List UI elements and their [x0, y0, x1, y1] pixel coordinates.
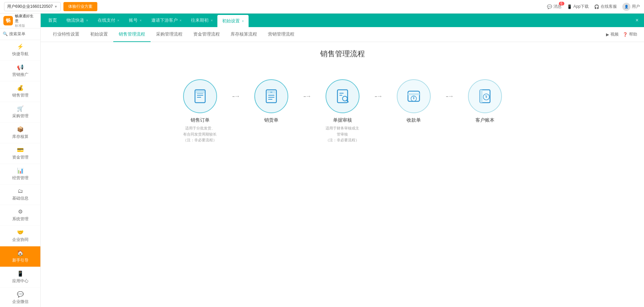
sidebar-item-qiye[interactable]: 🤝 企业协同: [0, 226, 40, 246]
avatar: 👤: [622, 3, 630, 11]
video-link[interactable]: ▶ 视频: [606, 32, 619, 37]
sidebar-item-label: 采购管理: [12, 113, 28, 119]
zhifu-close[interactable]: ×: [117, 19, 119, 22]
yaoqing-label: 邀请下游客户: [151, 17, 178, 23]
nav-tab-wuliu[interactable]: 物流快递 ×: [62, 14, 93, 27]
sidebar-item-jichu[interactable]: 🗂 基础信息: [0, 185, 40, 205]
sub-tab-yingxiao[interactable]: 营销管理流程: [262, 27, 300, 42]
help-link[interactable]: ❓ 帮助: [623, 32, 637, 37]
step3-desc: 适用于财务审核或主管审核（注：非必要流程）: [326, 125, 359, 143]
sidebar-item-yingxiao[interactable]: 📢 营销推广: [0, 61, 40, 81]
sidebar-search[interactable]: 🔍 搜索菜单: [0, 28, 40, 40]
payment-icon: ¥: [405, 88, 422, 105]
xiaoshou-sublabel: 销售管理流程: [119, 31, 145, 37]
page-title: 销售管理流程: [54, 49, 630, 59]
sidebar-item-caigou[interactable]: 🛒 采购管理: [0, 102, 40, 123]
svg-text:¥: ¥: [485, 94, 487, 99]
sidebar-item-label: 应用中心: [12, 278, 28, 284]
money-icon: 💰: [17, 85, 24, 91]
flow-step-4: ¥ 收款单: [387, 79, 441, 125]
help-label: 帮助: [629, 32, 637, 37]
sidebar-logo: 畅 畅康通好生意 标准版: [0, 14, 40, 28]
app-download-label: App下载: [573, 4, 589, 9]
folder-icon: 🗂: [18, 188, 23, 194]
sidebar-item-kucun[interactable]: 📦 库存核算: [0, 123, 40, 143]
search-label: 搜索菜单: [9, 31, 25, 37]
sidebar-item-kuaijie[interactable]: ⚡ 快捷导航: [0, 40, 40, 61]
home-icon: 🏠: [17, 250, 24, 256]
nav-tab-chushi[interactable]: 初始设置 ×: [217, 15, 249, 27]
chushi-sublabel: 初始设置: [90, 31, 108, 37]
sidebar-item-yingyong[interactable]: 📱 应用中心: [0, 267, 40, 288]
user-selector[interactable]: 用户690企业1660120507 ▼: [4, 2, 61, 11]
flow-step-3: 单据审核 适用于财务审核或主管审核（注：非必要流程）: [315, 79, 370, 143]
sidebar-item-label: 经营管理: [12, 175, 28, 181]
sidebar-item-xiaoshou[interactable]: 💰 销售管理: [0, 81, 40, 102]
handshake-icon: 🤝: [17, 229, 24, 236]
step1-desc: 适用于分批发货、有合同发货周期较长（注：非必要流程）: [183, 125, 217, 143]
sidebar-item-label: 资金管理: [12, 155, 28, 160]
sidebar-item-label: 企业协同: [12, 237, 28, 243]
sidebar-item-label: 销售管理: [12, 93, 28, 98]
sub-tab-hangye[interactable]: 行业特性设置: [47, 27, 85, 42]
logo-icon: 畅: [3, 16, 13, 25]
nav-tab-home[interactable]: 首页: [43, 14, 62, 27]
nav-tab-wanglai[interactable]: 往来期初 ×: [186, 14, 217, 27]
arrow-icon: ···→: [232, 93, 239, 100]
main-content: 首页 物流快递 × 在线支付 × 账号 × 邀请下游客户 ×: [41, 14, 644, 307]
close-all-icon: ×: [636, 17, 639, 23]
zijin-sublabel: 资金管理流程: [193, 31, 220, 37]
chart-icon: 📊: [17, 167, 24, 174]
flow-step-5: ¥ 客户账本: [458, 79, 512, 125]
sub-tab-chushi[interactable]: 初始设置: [85, 27, 113, 42]
flow-circle-4: ¥: [397, 79, 431, 113]
arrow-icon: ···→: [446, 93, 453, 100]
chushi-label: 初始设置: [222, 18, 240, 24]
wanglai-close[interactable]: ×: [211, 19, 213, 22]
close-all-button[interactable]: ×: [633, 17, 641, 23]
sidebar-item-xitong[interactable]: ⚙ 系统管理: [0, 205, 40, 226]
video-label: 视频: [610, 32, 619, 37]
order-icon: [192, 88, 209, 105]
flow-arrow-2: ···→: [298, 79, 315, 100]
sidebar-item-zijin[interactable]: 💳 资金管理: [0, 143, 40, 164]
wuliu-close[interactable]: ×: [86, 19, 88, 22]
play-icon: ▶: [606, 32, 609, 37]
headset-icon: 🎧: [594, 4, 599, 9]
app-wrapper: 用户690企业1660120507 ▼ 体验行业方案 💬 消息 6 📱 App下…: [0, 0, 644, 307]
app-download-action[interactable]: 📱 App下载: [567, 4, 589, 9]
nav-tab-zhifu[interactable]: 在线支付 ×: [93, 14, 124, 27]
sidebar-item-jingying[interactable]: 📊 经营管理: [0, 164, 40, 185]
flow-arrow-4: ···→: [441, 79, 458, 100]
yingxiao-sublabel: 营销管理流程: [268, 31, 294, 37]
svg-rect-16: [408, 93, 419, 95]
chushi-close[interactable]: ×: [242, 19, 244, 23]
logo-text-block: 畅康通好生意 标准版: [15, 14, 37, 28]
svg-rect-20: [480, 90, 483, 103]
online-service-action[interactable]: 🎧 在线客服: [594, 4, 617, 9]
caigou-sublabel: 采购管理流程: [156, 31, 182, 37]
sidebar-item-xinshou[interactable]: 🏠 新手引导: [0, 246, 40, 267]
user-selector-text: 用户690企业1660120507: [7, 4, 53, 9]
sub-tab-caigou[interactable]: 采购管理流程: [151, 27, 188, 42]
yaoqing-close[interactable]: ×: [180, 19, 182, 22]
message-action[interactable]: 💬 消息 6: [547, 4, 562, 9]
sub-tab-xiaoshou[interactable]: 销售管理流程: [113, 27, 151, 42]
sidebar-item-label: 营销推广: [12, 72, 28, 78]
sidebar-item-weixin[interactable]: 💬 企业微信: [0, 288, 40, 307]
sub-tab-zijin[interactable]: 资金管理流程: [188, 27, 225, 42]
box-icon: 📦: [17, 126, 24, 132]
zhanghu-close[interactable]: ×: [140, 19, 142, 22]
flow-circle-3: [326, 79, 359, 113]
body-row: 畅 畅康通好生意 标准版 🔍 搜索菜单 ⚡ 快捷导航 📢 营销推广 💰 销售: [0, 14, 644, 307]
trial-button[interactable]: 体验行业方案: [63, 2, 97, 11]
flow-step-2: 销货单: [244, 79, 298, 125]
arrow-icon: ···→: [303, 93, 310, 100]
user-menu-action[interactable]: 👤 用户: [622, 3, 640, 11]
nav-tab-yaoqing[interactable]: 邀请下游客户 ×: [147, 14, 187, 27]
nav-tab-zhanghu[interactable]: 账号 ×: [124, 14, 147, 27]
chevron-down-icon: ▼: [54, 5, 58, 8]
lightning-icon: ⚡: [17, 43, 24, 50]
sub-tab-kucun[interactable]: 库存核算流程: [225, 27, 262, 42]
step5-label: 客户账本: [475, 117, 494, 123]
